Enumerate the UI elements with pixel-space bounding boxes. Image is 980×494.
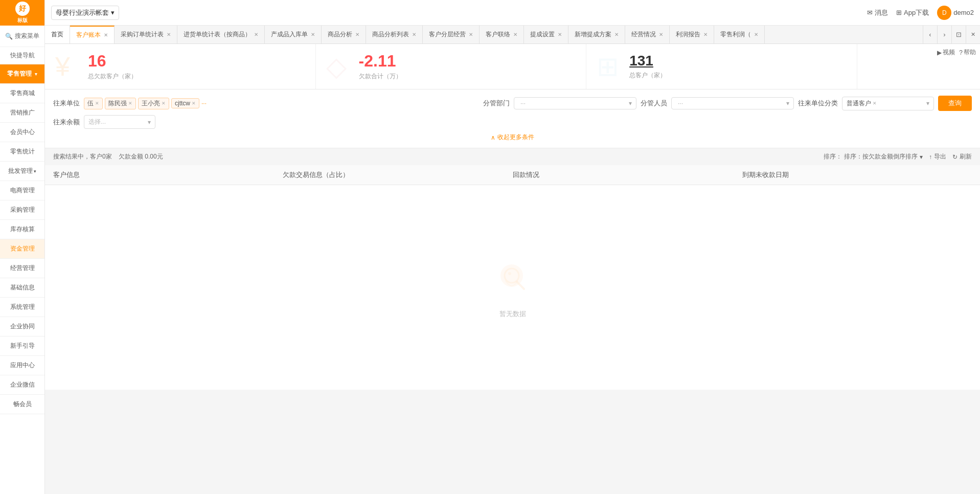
filter-tag-more[interactable]: ··· bbox=[201, 100, 207, 107]
filter-tag-0-close[interactable] bbox=[95, 101, 99, 106]
filter-tag-2-close[interactable] bbox=[162, 101, 166, 106]
filter-dept-arrow: ▾ bbox=[629, 100, 632, 107]
topbar: 母婴行业演示帐套 ▾ ✉ 消息 ⊞ App下载 D demo2 bbox=[45, 0, 980, 26]
filter-unit-type-tag-close[interactable] bbox=[873, 101, 877, 106]
tab-new-commission[interactable]: 新增提成方案 ✕ bbox=[568, 26, 625, 44]
sidebar-item-label: 企业协同 bbox=[10, 323, 35, 330]
help-button[interactable]: ? 帮助 bbox=[959, 48, 976, 57]
filter-collapse-button[interactable]: ∧ 收起更多条件 bbox=[491, 133, 534, 142]
search-menu-button[interactable]: 🔍 搜索菜单 bbox=[3, 30, 41, 42]
tabbar-right-arrow[interactable]: › bbox=[937, 26, 951, 44]
sidebar-item-corp-collab[interactable]: 企业协同 bbox=[0, 317, 44, 336]
video-button[interactable]: ▶ 视频 bbox=[937, 48, 955, 57]
tab-goods-analysis-list-close[interactable]: ✕ bbox=[412, 32, 416, 37]
filter-person-select[interactable]: ··· ▾ bbox=[671, 97, 794, 109]
tabbar-close-icon[interactable]: ✕ bbox=[966, 26, 980, 44]
collapse-label: 收起更多条件 bbox=[497, 133, 534, 142]
tab-retail-profit[interactable]: 零售利润（ ✕ bbox=[714, 26, 765, 44]
tab-new-commission-close[interactable]: ✕ bbox=[614, 32, 619, 37]
sidebar-item-label: 新手引导 bbox=[10, 342, 35, 349]
stat-debt-number: -2.11 bbox=[359, 52, 402, 70]
sidebar: 好 标版 🔍 搜索菜单 快捷导航 零售管理 ▾ 零售商城 营销推广 会员中心 零… bbox=[0, 0, 45, 494]
tab-customer-tier-close[interactable]: ✕ bbox=[469, 32, 473, 37]
tab-purchase-stats-close[interactable]: ✕ bbox=[167, 32, 171, 37]
messages-button[interactable]: ✉ 消息 bbox=[867, 8, 888, 17]
sidebar-item-sys-mgmt[interactable]: 系统管理 bbox=[0, 298, 44, 317]
tab-customer-book[interactable]: 客户账本 ✕ bbox=[70, 26, 115, 44]
account-dropdown[interactable]: 母婴行业演示帐套 ▾ bbox=[51, 6, 119, 20]
tab-purchase-goods[interactable]: 进货单统计表（按商品） ✕ bbox=[177, 26, 265, 44]
col-header-repayment: 回款情况 bbox=[513, 170, 742, 179]
tab-customer-book-label: 客户账本 bbox=[76, 31, 101, 39]
tabbar-left-arrow[interactable]: ‹ bbox=[923, 26, 937, 44]
sidebar-item-new-guide[interactable]: 新手引导 bbox=[0, 336, 44, 356]
tab-home[interactable]: 首页 bbox=[45, 26, 70, 44]
tab-retail-profit-close[interactable]: ✕ bbox=[754, 32, 758, 37]
sidebar-item-inventory[interactable]: 库存核算 bbox=[0, 220, 44, 239]
tab-customer-book-close[interactable]: ✕ bbox=[104, 32, 108, 38]
empty-icon bbox=[492, 256, 533, 305]
tab-profit-report-close[interactable]: ✕ bbox=[703, 32, 708, 37]
svg-point-3 bbox=[508, 272, 511, 275]
tab-products-in[interactable]: 产成品入库单 ✕ bbox=[265, 26, 322, 44]
sidebar-item-vip-member[interactable]: 畅会员 bbox=[0, 395, 44, 414]
tabbar-expand-icon[interactable]: ⊡ bbox=[951, 26, 966, 44]
tab-goods-analysis[interactable]: 商品分析 ✕ bbox=[322, 26, 366, 44]
sidebar-item-operations[interactable]: 经营管理 bbox=[0, 259, 44, 278]
tab-customer-contact[interactable]: 客户联络 ✕ bbox=[480, 26, 524, 44]
filter-dept-select[interactable]: ··· ▾ bbox=[514, 97, 636, 109]
app-download-label: App下载 bbox=[904, 8, 929, 17]
stat-card2-bg-icon: ◇ bbox=[326, 51, 347, 82]
sidebar-item-finance[interactable]: 资金管理 bbox=[0, 239, 44, 259]
filter-tag-3-close[interactable] bbox=[192, 101, 196, 106]
sidebar-item-basic-info[interactable]: 基础信息 bbox=[0, 278, 44, 298]
main-area: 母婴行业演示帐套 ▾ ✉ 消息 ⊞ App下载 D demo2 首页 客户账本 … bbox=[45, 0, 980, 494]
sidebar-item-member-center[interactable]: 会员中心 bbox=[0, 123, 44, 142]
sidebar-item-zero-retail-mgmt[interactable]: 零售管理 ▾ bbox=[0, 64, 44, 84]
refresh-button[interactable]: ↻ 刷新 bbox=[952, 152, 972, 161]
search-menu-label: 搜索菜单 bbox=[15, 32, 39, 40]
result-sort-select[interactable]: 排序： 排序：按欠款金额倒序排序 ▾ bbox=[824, 152, 923, 161]
sidebar-item-purchase-mgmt[interactable]: 采购管理 bbox=[0, 200, 44, 220]
quick-nav-button[interactable]: 快捷导航 bbox=[0, 47, 44, 64]
stat-card1-bg-icon: ¥ bbox=[55, 51, 70, 82]
tab-commission-settings[interactable]: 提成设置 ✕ bbox=[524, 26, 568, 44]
filter-label-dept: 分管部门 bbox=[483, 99, 510, 108]
tab-ops-status-label: 经营情况 bbox=[631, 30, 656, 39]
col-header-debt-info: 欠款交易信息（占比） bbox=[283, 170, 512, 179]
tab-commission-settings-close[interactable]: ✕ bbox=[558, 32, 562, 37]
tab-products-in-label: 产成品入库单 bbox=[271, 30, 308, 39]
filter-balance-select[interactable]: 选择... ▾ bbox=[84, 115, 155, 129]
filter-label-unit-type: 往来单位分类 bbox=[798, 99, 838, 108]
sidebar-item-corp-wechat[interactable]: 企业微信 bbox=[0, 375, 44, 395]
tab-ops-status-close[interactable]: ✕ bbox=[659, 32, 663, 37]
filter-person-dots[interactable]: ··· bbox=[678, 100, 683, 107]
sidebar-item-label: 批发管理 bbox=[8, 167, 33, 175]
tab-goods-analysis-close[interactable]: ✕ bbox=[355, 32, 359, 37]
filter-tag-1-close[interactable] bbox=[128, 101, 132, 106]
sidebar-item-batch-mgmt[interactable]: 批发管理 ▾ bbox=[0, 162, 44, 181]
query-button[interactable]: 查询 bbox=[938, 96, 972, 111]
tab-goods-analysis-list[interactable]: 商品分析列表 ✕ bbox=[366, 26, 423, 44]
filter-unit-type-select[interactable]: 普通客户 ▾ bbox=[842, 97, 934, 110]
sidebar-item-label: 系统管理 bbox=[10, 303, 35, 310]
sidebar-item-marketing[interactable]: 营销推广 bbox=[0, 103, 44, 123]
export-button[interactable]: ↑ 导出 bbox=[929, 152, 946, 161]
tab-ops-status[interactable]: 经营情况 ✕ bbox=[625, 26, 670, 44]
tab-customer-contact-close[interactable]: ✕ bbox=[513, 32, 517, 37]
account-dropdown-arrow: ▾ bbox=[111, 9, 115, 16]
user-profile[interactable]: D demo2 bbox=[937, 6, 974, 20]
tab-customer-tier[interactable]: 客户分层经营 ✕ bbox=[423, 26, 480, 44]
tab-profit-report[interactable]: 利润报告 ✕ bbox=[670, 26, 714, 44]
sidebar-item-retail-stats[interactable]: 零售统计 bbox=[0, 142, 44, 162]
tab-products-in-close[interactable]: ✕ bbox=[311, 32, 315, 37]
tab-profit-report-label: 利润报告 bbox=[676, 30, 700, 39]
sidebar-item-retail-mall[interactable]: 零售商城 bbox=[0, 84, 44, 103]
app-download-button[interactable]: ⊞ App下载 bbox=[896, 8, 929, 17]
sidebar-item-ecommerce[interactable]: 电商管理 bbox=[0, 181, 44, 200]
filter-dept-dots[interactable]: ··· bbox=[520, 100, 526, 107]
sidebar-item-app-center[interactable]: 应用中心 bbox=[0, 356, 44, 375]
sort-arrow-icon: ▾ bbox=[920, 153, 923, 161]
tab-purchase-goods-close[interactable]: ✕ bbox=[254, 32, 258, 37]
tab-purchase-stats[interactable]: 采购订单统计表 ✕ bbox=[115, 26, 177, 44]
